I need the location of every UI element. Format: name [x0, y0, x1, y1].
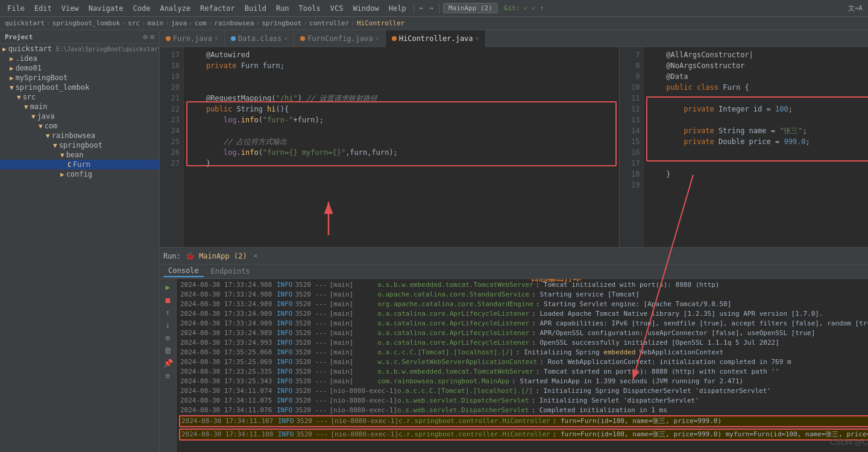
run-close-btn[interactable]: ×: [252, 251, 260, 260]
toolbar-menu-analyze[interactable]: Analyze: [156, 4, 194, 13]
tree-item-demo01[interactable]: ▶ demo01: [0, 63, 159, 73]
code-line: @Autowired: [189, 49, 614, 60]
folder-icon: ▼: [31, 113, 36, 121]
tree-item-quickstart[interactable]: ▶ quickstart E:\Java\SpringBoot\quicksta…: [0, 44, 159, 54]
folder-icon: ▼: [53, 142, 57, 149]
project-tree: ▶ quickstart E:\Java\SpringBoot\quicksta…: [0, 44, 159, 452]
highlighted-log-line-1: 2024-08-30 17:34:11.107 INFO 3520 --- [n…: [179, 415, 868, 427]
code-line: [189, 125, 614, 136]
tree-item-idea[interactable]: ▶ .idea: [0, 54, 159, 63]
breadcrumb-item-quickstart[interactable]: quickstart: [5, 19, 45, 27]
toolbar-menu-vcs[interactable]: VCS: [327, 4, 347, 13]
toolbar-menu-view[interactable]: View: [58, 4, 83, 13]
toolbar-menu-tools[interactable]: Tools: [295, 4, 324, 13]
console-tab[interactable]: Console: [163, 265, 204, 277]
breadcrumb-item-springboot[interactable]: springboot: [262, 19, 301, 27]
log-line: 2024-08-30 17:33:25.343 INFO 3520 --- [m…: [179, 377, 868, 386]
tree-label: main: [30, 102, 48, 111]
scroll-down-btn[interactable]: ↓: [165, 319, 172, 331]
translate-btn[interactable]: 文→A: [846, 3, 864, 13]
code-content-left[interactable]: @Autowired private Furn furn; @RequestMa…: [184, 47, 619, 247]
tree-item-src[interactable]: ▼ src: [0, 92, 159, 102]
breadcrumb-item-controller[interactable]: controller: [309, 19, 349, 27]
tree-item-main[interactable]: ▼ main: [0, 102, 159, 111]
run-config-dropdown[interactable]: MainApp (2): [443, 3, 498, 13]
tab-label: Furn.java: [173, 34, 212, 43]
tab-close-btn[interactable]: ×: [215, 35, 218, 42]
breadcrumb-item-main[interactable]: main: [148, 19, 164, 27]
clear-btn[interactable]: 🗑: [163, 345, 173, 356]
tree-item-bean[interactable]: ▼ bean: [0, 150, 159, 160]
tree-item-furn[interactable]: C Furn: [0, 160, 159, 169]
scroll-up-btn[interactable]: ↑: [165, 307, 172, 318]
folder-icon: ▶: [10, 55, 14, 63]
tree-label: rainbowsea: [52, 131, 95, 140]
log-line: 2024-08-30 17:33:24.989 INFO 3520 --- [m…: [179, 319, 868, 328]
tree-label: quickstart E:\Java\SpringBoot\quickstart: [8, 45, 159, 53]
code-line: [649, 147, 868, 158]
log-line: 2024-08-30 17:34:11.074 INFO 3520 --- [n…: [179, 386, 868, 396]
breadcrumb: quickstart › springboot_lombok › src › m…: [0, 17, 868, 30]
console-content[interactable]: 日志输出打印 2024-08-30 17:33:24.980 INFO 3520…: [177, 279, 868, 452]
sidebar-expand-icon[interactable]: ≡: [150, 33, 154, 41]
code-panel-right[interactable]: 7 8 9 10 11 12 13 14 15 16 17 18 19: [620, 47, 868, 247]
tree-item-rainbowsea[interactable]: ▼ rainbowsea: [0, 131, 159, 140]
toolbar-menu-run[interactable]: Run: [272, 4, 293, 13]
tab-indicator: [392, 36, 397, 41]
tree-label: .idea: [16, 54, 37, 63]
toolbar-menu-edit[interactable]: Edit: [31, 4, 55, 13]
code-line: }: [189, 158, 614, 169]
toolbar-menu-code[interactable]: Code: [130, 4, 154, 13]
tab-close-btn[interactable]: ×: [376, 35, 379, 42]
run-label: Run:: [163, 252, 181, 260]
breadcrumb-item-rainbowsea[interactable]: rainbowsea: [214, 19, 254, 27]
folder-icon: ▶: [60, 171, 64, 178]
toolbar-menu-help[interactable]: Help: [385, 4, 410, 13]
restart-btn[interactable]: ▶: [165, 281, 172, 293]
fold-btn[interactable]: ≡: [165, 370, 172, 381]
log-line: 2024-08-30 17:33:24.989 INFO 3520 --- [m…: [179, 309, 868, 319]
tree-item-myspringboot[interactable]: ▶ mySpringBoot: [0, 73, 159, 83]
toolbar-menu-build[interactable]: Build: [241, 4, 270, 13]
endpoints-tab[interactable]: Endpoints: [206, 266, 255, 277]
git-indicator: Git: ✓ ✓ ↑: [504, 4, 544, 12]
code-line: [649, 158, 868, 169]
tree-item-springboot-lombok[interactable]: ▼ springboot_lombok: [0, 83, 159, 92]
tree-label: src: [23, 93, 36, 101]
sidebar-gear-icon[interactable]: ⚙: [143, 33, 148, 41]
tab-close-btn[interactable]: ×: [284, 35, 288, 42]
tree-item-java[interactable]: ▼ java: [0, 111, 159, 121]
tree-item-config[interactable]: ▶ config: [0, 169, 159, 179]
code-content-right[interactable]: @AllArgsConstructor| @NoArgsConstructor …: [644, 47, 868, 247]
breadcrumb-item-com[interactable]: com: [195, 19, 207, 27]
toolbar-back-btn[interactable]: ←: [418, 4, 426, 13]
log-line: 2024-08-30 17:33:24.989 INFO 3520 --- [m…: [179, 300, 868, 309]
folder-icon: ▼: [17, 93, 21, 101]
toolbar-menu-refactor[interactable]: Refactor: [197, 4, 239, 13]
toolbar-menu-file[interactable]: File: [4, 4, 28, 13]
breadcrumb-item-lombok[interactable]: springboot_lombok: [52, 19, 121, 27]
tab-hi-controller[interactable]: HiController.java ×: [386, 30, 486, 47]
toolbar-menu-window[interactable]: Window: [349, 4, 382, 13]
breadcrumb-item-src[interactable]: src: [128, 19, 140, 27]
folder-icon: ▶: [10, 64, 14, 72]
stop-btn[interactable]: ■: [165, 294, 172, 306]
toolbar-forward-btn[interactable]: →: [427, 4, 435, 13]
log-line: 2024-08-30 17:33:24.993 INFO 3520 --- [m…: [179, 338, 868, 348]
code-line: @NoArgsConstructor: [649, 60, 868, 71]
tab-furn-java[interactable]: Furn.java ×: [160, 30, 225, 47]
editor-tabs: Furn.java × Data.class × FurnConfig.java…: [160, 30, 868, 47]
code-line: public class Furn {: [649, 82, 868, 93]
mainapp-tab[interactable]: 🐞 MainApp (2): [186, 252, 247, 260]
code-line: [649, 115, 868, 125]
tab-data-class[interactable]: Data.class ×: [225, 30, 294, 47]
tree-item-springboot[interactable]: ▼ springboot: [0, 140, 159, 150]
tree-item-com[interactable]: ▼ com: [0, 121, 159, 131]
code-panel-left[interactable]: 17 18 19 20 21 22 23 24 25 26 27: [160, 47, 620, 247]
pin-btn[interactable]: 📌: [162, 357, 174, 369]
tab-furn-config[interactable]: FurnConfig.java ×: [294, 30, 385, 47]
breadcrumb-item-java[interactable]: java: [171, 19, 187, 27]
tab-close-btn[interactable]: ×: [476, 35, 479, 42]
toolbar-menu-navigate[interactable]: Navigate: [85, 4, 127, 13]
settings-btn[interactable]: ⚙: [165, 332, 172, 344]
